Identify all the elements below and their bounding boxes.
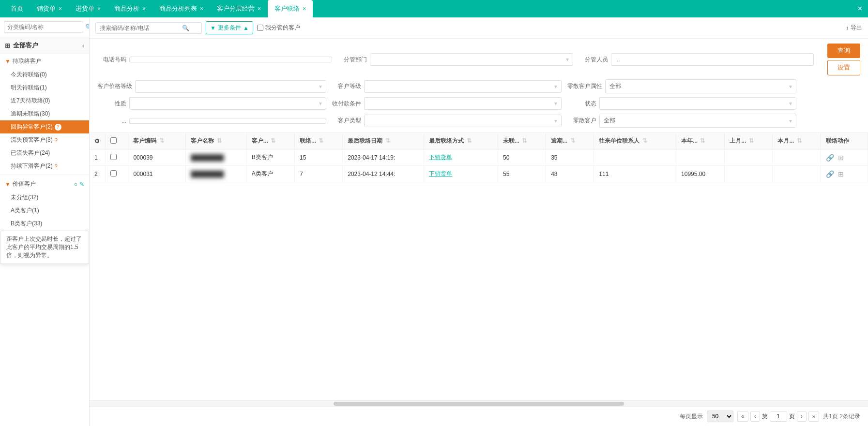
nav-product-analysis-list[interactable]: 商品分析列表 × bbox=[152, 0, 210, 17]
dept-input[interactable]: ▾ bbox=[370, 53, 573, 66]
sidebar-search-icon[interactable]: 🔍 bbox=[85, 24, 90, 30]
sidebar-today-pending[interactable]: 今天待联络(0) bbox=[0, 68, 89, 81]
scatter-customer-input[interactable]: 全部 ▾ bbox=[599, 114, 796, 128]
sidebar-tomorrow-pending[interactable]: 明天待联络(1) bbox=[0, 81, 89, 94]
row1-select-checkbox[interactable] bbox=[110, 154, 117, 160]
row2-select-checkbox[interactable] bbox=[110, 170, 117, 176]
declining-info-icon[interactable]: ? bbox=[55, 163, 58, 169]
row2-uncontacted: 55 bbox=[498, 166, 546, 182]
lost-pre-info-icon[interactable]: ? bbox=[55, 137, 58, 143]
nav-customer-tier[interactable]: 客户分层经营 × bbox=[210, 0, 268, 17]
payment-chevron-icon: ▾ bbox=[554, 100, 557, 107]
more-conditions-btn[interactable]: ▼ 更多条件 ▲ bbox=[206, 21, 253, 34]
horizontal-scrollbar[interactable] bbox=[90, 400, 868, 406]
nature-chevron-icon: ▾ bbox=[319, 100, 322, 107]
col-settings: ⚙ bbox=[90, 133, 105, 149]
sidebar-refresh-icon[interactable]: ○ bbox=[74, 181, 77, 188]
repurchase-tooltip: 距客户上次交易时长，超过了此客户的平均交易周期的1.5倍，则视为异常。 bbox=[0, 231, 89, 264]
close-product-analysis[interactable]: × bbox=[142, 5, 146, 12]
page-number-input[interactable] bbox=[770, 411, 787, 422]
select-all-checkbox[interactable] bbox=[110, 137, 117, 144]
sidebar-b-class[interactable]: B类客户(33) bbox=[0, 217, 89, 230]
row2-name[interactable]: ████████ bbox=[186, 166, 247, 182]
row2-actions: 🔗 ⊞ bbox=[821, 166, 868, 182]
my-customers-checkbox[interactable] bbox=[257, 25, 263, 31]
row1-uncontacted: 50 bbox=[498, 149, 546, 166]
close-customer-contact[interactable]: × bbox=[303, 5, 306, 12]
sidebar-declining[interactable]: 持续下滑客户(2) ? bbox=[0, 160, 89, 173]
nav-sales-order[interactable]: 销货单 × bbox=[30, 0, 69, 17]
customer-grade-input[interactable]: ▾ bbox=[364, 80, 561, 93]
sidebar-search-input[interactable] bbox=[4, 21, 83, 33]
prev-page-button[interactable]: ‹ bbox=[750, 411, 760, 422]
close-customer-tier[interactable]: × bbox=[258, 5, 261, 12]
sidebar-all-customers[interactable]: ⊞ 全部客户 ‹ bbox=[0, 37, 89, 54]
nature-input[interactable]: ▾ bbox=[129, 97, 326, 110]
close-purchase-order[interactable]: × bbox=[97, 5, 101, 12]
thismonth-sort-icon: ⇅ bbox=[797, 137, 802, 144]
phone-input[interactable] bbox=[129, 57, 332, 62]
close-sales-order[interactable]: × bbox=[59, 5, 62, 12]
filter-search-icon[interactable]: 🔍 bbox=[182, 25, 189, 31]
settings-button[interactable]: 设置 bbox=[827, 60, 860, 75]
sidebar-repurchase-anomaly[interactable]: 回购异常客户(2) ? bbox=[0, 120, 89, 133]
last-page-button[interactable]: » bbox=[808, 411, 820, 422]
status-input[interactable]: ▾ bbox=[599, 97, 796, 110]
nav-home[interactable]: 首页 bbox=[4, 0, 30, 17]
customer-type-input[interactable]: ▾ bbox=[364, 115, 561, 127]
sidebar-lost[interactable]: 已流失客户(24) bbox=[0, 147, 89, 160]
sidebar-week-pending[interactable]: 近7天待联络(0) bbox=[0, 94, 89, 107]
query-button[interactable]: 查询 bbox=[827, 44, 860, 58]
row2-contact: 7 bbox=[295, 166, 343, 182]
sidebar-overdue-pending[interactable]: 逾期未联络(30) bbox=[0, 107, 89, 120]
filter-status: 状态 ▾ bbox=[567, 97, 796, 110]
sidebar-a-class[interactable]: A类客户(1) bbox=[0, 204, 89, 217]
next-page-button[interactable]: › bbox=[797, 411, 807, 422]
row1-action-icons: 🔗 ⊞ bbox=[826, 154, 863, 162]
close-product-analysis-list[interactable]: × bbox=[200, 5, 203, 12]
manager-input[interactable]: ... bbox=[611, 53, 814, 66]
row1-name[interactable]: ████████ bbox=[186, 149, 247, 166]
first-page-button[interactable]: « bbox=[737, 411, 748, 422]
payment-input[interactable]: ▾ bbox=[364, 97, 561, 110]
row1-qr-icon[interactable]: ⊞ bbox=[838, 154, 844, 162]
export-button[interactable]: ↑ 导出 bbox=[846, 24, 862, 32]
filter-search-input[interactable] bbox=[100, 25, 182, 31]
filter-nature: 性质 ▾ bbox=[97, 97, 326, 110]
price-grade-input[interactable]: ▾ bbox=[135, 80, 326, 93]
pagination-bar: 每页显示 50 20 100 « ‹ 第 页 › » 共1页 2条记录 bbox=[90, 406, 868, 426]
col-lastmethod-header: 最后联络方式 ⇅ bbox=[424, 133, 498, 149]
filter-row-3: 性质 ▾ 收付款条件 ▾ 状态 bbox=[97, 97, 860, 110]
page-size-select[interactable]: 50 20 100 bbox=[707, 411, 733, 422]
filter-row-2: 客户价格等级 ▾ 客户等级 ▾ 零散客户属性 全部 bbox=[97, 79, 860, 93]
top-nav: 首页 销货单 × 进货单 × 商品分析 × 商品分析列表 × 客户分层经营 × … bbox=[0, 0, 868, 17]
contactperson-sort-icon: ⇅ bbox=[642, 137, 647, 144]
nav-product-analysis[interactable]: 商品分析 × bbox=[107, 0, 152, 17]
scatter-attr-input[interactable]: 全部 ▾ bbox=[605, 79, 796, 93]
row2-thismonth bbox=[773, 166, 821, 182]
sidebar-ungrouped[interactable]: 未分组(32) bbox=[0, 191, 89, 204]
price-grade-chevron-icon: ▾ bbox=[319, 83, 322, 90]
close-all-icon[interactable]: × bbox=[858, 4, 862, 13]
customer-type-chevron-icon: ▾ bbox=[554, 118, 557, 124]
repurchase-info-icon[interactable]: ? bbox=[55, 124, 61, 131]
nav-purchase-order[interactable]: 进货单 × bbox=[69, 0, 107, 17]
col-thisyear-header: 本年... ⇅ bbox=[676, 133, 725, 149]
sidebar-edit-icon[interactable]: ✎ bbox=[79, 181, 84, 188]
row1-link-icon[interactable]: 🔗 bbox=[826, 154, 834, 162]
filter-price-grade: 客户价格等级 ▾ bbox=[97, 80, 326, 93]
col-uncontacted-header: 未联... ⇅ bbox=[498, 133, 546, 149]
sidebar-lost-warning[interactable]: 流失预警客户(3) ? bbox=[0, 133, 89, 147]
advanced-filters: 电话号码 分管部门 ▾ 分管人员 ... bbox=[90, 39, 868, 133]
sidebar-value-customers-header: ▼ 价值客户 ○ ✎ bbox=[0, 177, 89, 191]
row2-lastmonth bbox=[725, 166, 773, 182]
row2-qr-icon[interactable]: ⊞ bbox=[838, 170, 844, 178]
row1-contactperson bbox=[594, 149, 676, 166]
sidebar-pending-group[interactable]: ▼ 待联络客户 bbox=[0, 54, 89, 68]
scrollbar-thumb[interactable] bbox=[334, 402, 624, 406]
sidebar-collapse-icon[interactable]: ‹ bbox=[82, 42, 84, 49]
nav-customer-contact[interactable]: 客户联络 × bbox=[268, 0, 313, 17]
row2-link-icon[interactable]: 🔗 bbox=[826, 170, 834, 178]
filter-dept: 分管部门 ▾ bbox=[338, 53, 573, 66]
extra-input[interactable] bbox=[129, 118, 326, 124]
